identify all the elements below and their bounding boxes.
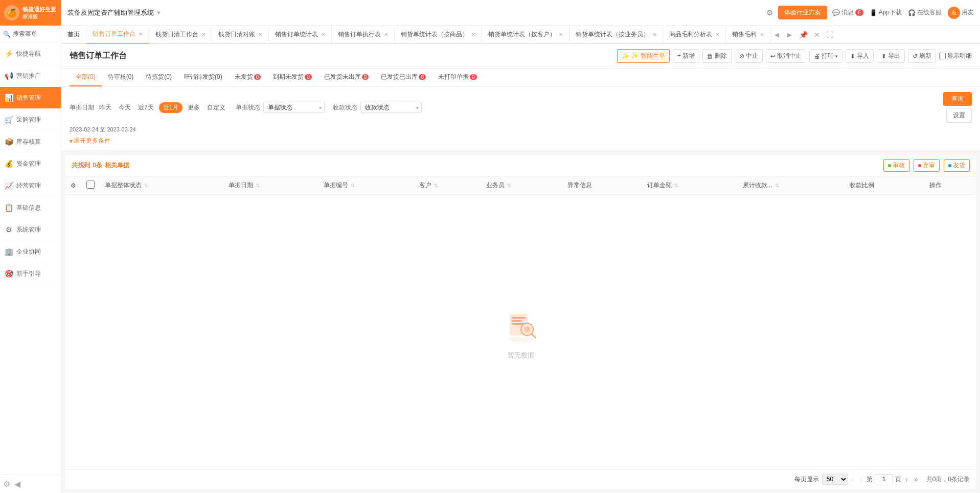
tab-close-sales-stats[interactable]: ✕ <box>321 32 325 37</box>
print-dropdown-icon: ▾ <box>835 54 838 59</box>
sub-tab-unprinted[interactable]: 未打印单据0 <box>432 69 483 86</box>
first-page-btn[interactable]: « <box>848 474 856 484</box>
tab-cash-reconcile[interactable]: 钱货日清对账 ✕ <box>212 26 269 44</box>
sub-tab-overdue-unship[interactable]: 到期未发货0 <box>267 69 318 86</box>
message-btn[interactable]: 💬 消息 6 <box>832 8 863 17</box>
tab-close-sales-staff[interactable]: ✕ <box>652 32 656 37</box>
tab-sales-customer[interactable]: 销货单统计表（按客户） ✕ <box>482 26 569 44</box>
prev-page-btn[interactable]: ‹ <box>858 474 865 484</box>
sidebar-search[interactable]: 🔍 搜索菜单 <box>0 26 61 43</box>
refresh-btn[interactable]: ↺ 刷新 <box>908 49 936 63</box>
expand-filter-btn[interactable]: ▾ 展开更多条件 <box>70 137 972 145</box>
sidebar-item-guide[interactable]: 🎯 新手引导 <box>0 263 61 285</box>
message-icon: 💬 <box>832 9 840 16</box>
sidebar-settings-btn[interactable]: ⚙ <box>3 479 10 489</box>
tabs-bar: 首页 销售订单工作台 ✕ 钱货日清工作台 ✕ 钱货日清对账 ✕ 销售订单统计表 … <box>61 26 980 44</box>
tab-maximize[interactable]: ⛶ <box>823 26 836 44</box>
cancel-audit-btn[interactable]: 弃审 <box>914 159 940 172</box>
delete-btn[interactable]: 🗑 删除 <box>702 49 732 63</box>
tab-sales-workbench[interactable]: 销售订单工作台 ✕ <box>86 26 149 44</box>
sub-tab-pending-check[interactable]: 待拣货(0) <box>140 69 178 86</box>
online-service-btn[interactable]: 🎧 在线客服 <box>908 8 942 17</box>
sub-tab-shipped-out[interactable]: 已发货已出库0 <box>375 69 432 86</box>
sidebar-item-operations[interactable]: 📈 经营管理 <box>0 175 61 197</box>
tab-sales-staff[interactable]: 销货单统计表（按业务员） ✕ <box>569 26 663 44</box>
date-opt-yesterday[interactable]: 昨天 <box>97 102 113 113</box>
sidebar-item-purchase[interactable]: 🛒 采购管理 <box>0 109 61 131</box>
date-opt-7days[interactable]: 近7天 <box>136 102 156 113</box>
tab-close-gross-profit[interactable]: ✕ <box>715 32 719 37</box>
import-btn[interactable]: ⬇ 导入 <box>846 49 874 63</box>
tab-close-all[interactable]: ✕ <box>811 26 823 44</box>
sidebar-collapse-btn[interactable]: ◀ <box>14 479 20 489</box>
date-opt-more[interactable]: 更多 <box>186 102 202 113</box>
tab-close-cash-reconcile[interactable]: ✕ <box>258 32 262 37</box>
status-select[interactable]: 单据状态 <box>263 102 325 113</box>
sub-tab-unshipped[interactable]: 未发货0 <box>229 69 267 86</box>
show-details-checkbox-label[interactable]: 显示明细 <box>939 52 972 60</box>
sidebar-item-quick-nav[interactable]: ⚡ 快捷导航 <box>0 43 61 65</box>
date-opt-today[interactable]: 今天 <box>117 102 133 113</box>
th-settings[interactable]: ⚙ <box>65 176 81 195</box>
industry-btn[interactable]: 体验行业方案 <box>778 6 827 19</box>
select-all-checkbox[interactable] <box>86 181 95 189</box>
tab-sales-product[interactable]: 销货单统计表（按商品） ✕ <box>395 26 482 44</box>
tab-sales-more[interactable]: 销售毛利 ✕ <box>726 26 770 44</box>
last-page-btn[interactable]: » <box>912 474 920 484</box>
next-page-btn[interactable]: › <box>903 474 910 484</box>
th-customer[interactable]: 客户 ⇅ <box>414 176 482 195</box>
page-input[interactable] <box>875 474 893 484</box>
sidebar-item-inventory[interactable]: 📦 库存核算 <box>0 131 61 153</box>
print-btn[interactable]: 🖨 打印 ▾ <box>809 49 842 63</box>
tab-cash-daily[interactable]: 钱货日清工作台 ✕ <box>149 26 212 44</box>
tab-home[interactable]: 首页 <box>61 26 86 44</box>
set-btn[interactable]: 设置 <box>946 108 972 123</box>
tab-close-sales-workbench[interactable]: ✕ <box>139 31 143 37</box>
new-btn[interactable]: + 新增 <box>673 49 699 63</box>
sub-tab-pending-audit[interactable]: 待审核(0) <box>102 69 140 86</box>
payment-select[interactable]: 收款状态 <box>360 102 422 113</box>
stop-btn[interactable]: ⊘ 中止 <box>735 49 763 63</box>
tab-close-cash-daily[interactable]: ✕ <box>201 32 206 37</box>
tab-pin-btn[interactable]: 📌 <box>796 26 811 44</box>
topbar-gear-icon[interactable]: ⚙ <box>766 8 773 17</box>
audit-btn[interactable]: 审核 <box>883 159 909 172</box>
page-size-select[interactable]: 10 20 50 100 <box>822 474 848 485</box>
sub-tab-wangpu-ship[interactable]: 旺铺待发货(0) <box>178 69 229 86</box>
th-staff[interactable]: 业务员 ⇅ <box>481 176 562 195</box>
ship-btn[interactable]: 发货 <box>944 159 970 172</box>
tab-gross-profit[interactable]: 商品毛利分析表 ✕ <box>663 26 726 44</box>
export-btn[interactable]: ⬆ 导出 <box>877 49 905 63</box>
system-title-dropdown[interactable]: ▾ <box>157 9 161 16</box>
sub-tab-shipped-not-out[interactable]: 已发货未出库0 <box>318 69 375 86</box>
smart-bill-btn[interactable]: ✨ ✨ 智能生单 <box>617 49 669 63</box>
th-bill-status[interactable]: 单据整体状态 ⇅ <box>100 176 223 195</box>
sidebar-item-system[interactable]: ⚙ 系统管理 <box>0 219 61 241</box>
th-bill-no[interactable]: 单据编号 ⇅ <box>318 176 414 195</box>
th-checkbox[interactable] <box>81 176 100 195</box>
sidebar-item-finance[interactable]: 💰 资金管理 <box>0 153 61 175</box>
sidebar-item-sales[interactable]: 📊 销售管理 <box>0 87 61 109</box>
th-accumulated-payment[interactable]: 累计收款... ⇅ <box>738 176 845 195</box>
query-btn[interactable]: 查询 <box>943 92 972 106</box>
th-bill-date[interactable]: 单据日期 ⇅ <box>223 176 319 195</box>
date-opt-custom[interactable]: 自定义 <box>205 102 227 113</box>
sub-tab-all[interactable]: 全部(0) <box>70 69 102 86</box>
cancel-stop-btn[interactable]: ↩ 取消中止 <box>766 49 806 63</box>
sidebar-item-marketing[interactable]: 📢 营销推广 <box>0 65 61 87</box>
show-details-checkbox[interactable] <box>939 53 946 59</box>
tab-scroll-right[interactable]: ▶ <box>783 26 796 44</box>
tab-close-sales-customer[interactable]: ✕ <box>559 32 563 37</box>
tab-close-sales-more[interactable]: ✕ <box>760 32 764 37</box>
tab-sales-stats[interactable]: 销售订单统计表 ✕ <box>269 26 332 44</box>
tab-close-sales-exec[interactable]: ✕ <box>384 32 388 37</box>
sidebar-item-enterprise[interactable]: 🏢 企业协同 <box>0 241 61 263</box>
date-opt-1month[interactable]: 近1月 <box>159 102 183 113</box>
app-download-btn[interactable]: 📱 App下载 <box>870 8 902 17</box>
user-menu[interactable]: 友 用友 <box>948 7 974 19</box>
th-order-amount[interactable]: 订单金额 ⇅ <box>642 176 738 195</box>
sidebar-item-basic-info[interactable]: 📋 基础信息 <box>0 197 61 219</box>
tab-scroll-left[interactable]: ◀ <box>770 26 783 44</box>
tab-sales-exec[interactable]: 销售订单执行表 ✕ <box>332 26 395 44</box>
tab-close-sales-product[interactable]: ✕ <box>471 32 475 37</box>
